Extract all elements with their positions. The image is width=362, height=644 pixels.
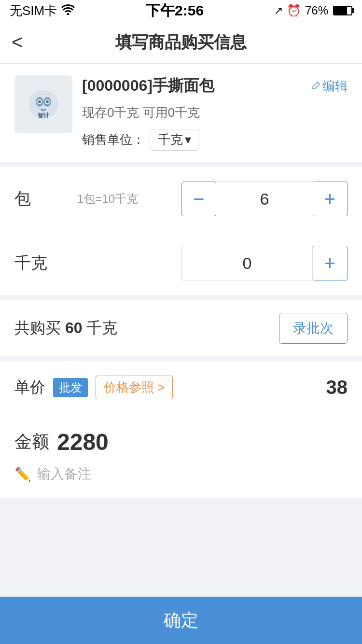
product-name: [0000006]手撕面包 xyxy=(82,75,214,97)
status-carrier: 无SIM卡 xyxy=(10,2,75,19)
total-qty-span: 60 xyxy=(65,319,83,336)
confirm-button[interactable]: 确定 xyxy=(0,597,362,644)
remark-placeholder: 输入备注 xyxy=(37,465,91,483)
price-section: 单价 批发 价格参照 > 38 xyxy=(0,361,362,414)
product-stock: 现存0千克 可用0千克 xyxy=(82,104,348,121)
alarm-icon: ⏰ xyxy=(287,4,301,17)
minus-button-bag[interactable]: − xyxy=(181,182,216,216)
amount-section: 金额 2280 ✏️ 输入备注 xyxy=(0,414,362,503)
price-ref-button[interactable]: 价格参照 > xyxy=(96,376,173,399)
form-row-bag: 包 1包=10千克 − + xyxy=(0,167,362,231)
carrier-text: 无SIM卡 xyxy=(10,2,57,19)
svg-point-6 xyxy=(46,100,49,103)
product-name-row: [0000006]手撕面包 编辑 xyxy=(82,75,348,97)
back-button[interactable]: < xyxy=(12,31,23,53)
form-controls-bag: − + xyxy=(181,182,348,216)
amount-row: 金额 2280 xyxy=(14,429,348,455)
svg-text:智计: 智计 xyxy=(37,112,50,119)
plus-button-bag[interactable]: + xyxy=(313,182,348,216)
edit-button[interactable]: 编辑 xyxy=(311,78,348,95)
status-bar: 无SIM卡 下午2:56 ↗ ⏰ 76% xyxy=(0,0,362,21)
form-controls-kg: + xyxy=(181,246,348,280)
price-tag: 批发 xyxy=(53,378,88,397)
total-label-span: 共购买 xyxy=(14,319,65,336)
remark-row[interactable]: ✏️ 输入备注 xyxy=(14,465,348,483)
wifi-icon xyxy=(61,3,75,18)
product-thumbnail: 智计 xyxy=(14,75,72,133)
chevron-down-icon: ▾ xyxy=(185,132,191,147)
product-unit-row: 销售单位： 千克 ▾ xyxy=(82,129,348,151)
bag-quantity-input[interactable] xyxy=(216,182,313,216)
location-icon: ↗ xyxy=(274,4,283,17)
kg-quantity-input[interactable] xyxy=(181,246,313,280)
nav-bar: < 填写商品购买信息 xyxy=(0,21,362,64)
unit-label: 销售单位： xyxy=(82,131,145,148)
pencil-icon: ✏️ xyxy=(14,466,31,482)
page-title: 填写商品购买信息 xyxy=(115,31,247,54)
status-right-group: ↗ ⏰ 76% xyxy=(274,4,352,17)
form-label-bag-sub: 1包=10千克 xyxy=(77,191,138,207)
total-unit-span: 千克 xyxy=(82,319,117,336)
edit-icon xyxy=(311,81,320,91)
form-label-bag: 包 xyxy=(14,188,72,210)
form-row-kg: 千克 + xyxy=(0,231,362,295)
status-time: 下午2:56 xyxy=(146,1,204,21)
product-info: [0000006]手撕面包 编辑 现存0千克 可用0千克 销售单位： 千克 ▾ xyxy=(82,75,348,151)
form-label-kg: 千克 xyxy=(14,252,72,274)
form-section: 包 1包=10千克 − + 千克 + xyxy=(0,167,362,300)
total-text: 共购买 60 千克 xyxy=(14,318,279,339)
product-logo-icon: 智计 xyxy=(27,87,60,121)
unit-select[interactable]: 千克 ▾ xyxy=(150,129,199,151)
amount-label: 金额 xyxy=(14,430,49,454)
plus-button-kg[interactable]: + xyxy=(313,246,348,280)
battery-icon xyxy=(333,6,352,15)
product-card: 智计 [0000006]手撕面包 编辑 现存0千克 可用0千克 销售单位： 千克… xyxy=(0,64,362,167)
amount-value: 2280 xyxy=(57,429,109,455)
svg-point-5 xyxy=(38,100,41,103)
total-row: 共购买 60 千克 录批次 xyxy=(0,300,362,361)
price-value: 38 xyxy=(326,377,348,398)
batch-button[interactable]: 录批次 xyxy=(279,313,348,344)
price-label: 单价 xyxy=(14,377,45,398)
battery-text: 76% xyxy=(305,4,328,17)
